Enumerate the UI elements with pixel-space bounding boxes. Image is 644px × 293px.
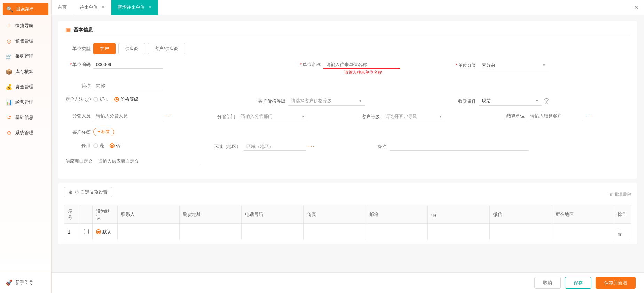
finance-icon: 💰	[6, 83, 13, 90]
unit-category-select[interactable]: 未分类 ▼	[479, 60, 549, 70]
settlement-unit-input[interactable]	[527, 112, 583, 120]
sidebar-item-sales[interactable]: ◎ 销售管理	[0, 33, 51, 49]
supplier-custom-input[interactable]	[95, 157, 200, 165]
sidebar-item-inventory[interactable]: 📦 库存核算	[0, 64, 51, 79]
sidebar-item-guide[interactable]: 🚀 新手引导	[0, 275, 51, 290]
sidebar-label: 新手引导	[15, 279, 33, 286]
save-and-add-button[interactable]: 保存并新增	[596, 277, 636, 289]
customer-price-level-select[interactable]: 请选择客户价格等级 ▼	[288, 96, 365, 106]
payment-terms-value: 现结	[482, 98, 491, 104]
col-area: 所在地区	[552, 205, 614, 224]
tab-new-partner-close[interactable]: ✕	[148, 5, 152, 10]
customer-level-select[interactable]: 请选择客户等级 ▼	[383, 112, 445, 121]
unit-name-field: *单位名称 请输入往来单位名称	[258, 60, 437, 75]
pricing-help-icon[interactable]: ?	[85, 97, 91, 102]
tab-home[interactable]: 首页	[52, 0, 73, 15]
tab-home-label: 首页	[58, 4, 67, 10]
manager-field: 分管人员 ···	[65, 112, 196, 120]
sidebar-item-operations[interactable]: 📊 经营管理	[0, 95, 51, 110]
wechat-input[interactable]	[493, 229, 548, 235]
tab-new-partner[interactable]: 新增往来单位 ✕	[111, 0, 158, 15]
batch-delete-button[interactable]: 🗑 批量删除	[609, 192, 631, 197]
add-tag-button[interactable]: + 标签	[93, 128, 114, 136]
table-header-row: 序号 设为默认 联系人 到货地址 电话号码 传真 邮箱 qq 微信 所在地区 操…	[64, 205, 631, 224]
tab-new-partner-label: 新增往来单位	[118, 4, 145, 10]
table-row: 1 默认	[64, 224, 631, 240]
supplier-custom-row: 供应商自定义	[65, 157, 630, 165]
sidebar-item-basic-info[interactable]: 🗂 基础信息	[0, 110, 51, 125]
region-dots-button[interactable]: ···	[306, 144, 317, 150]
cell-wechat	[490, 224, 552, 240]
sidebar-search[interactable]: 🔍 搜索菜单	[3, 3, 48, 15]
type-btn-both[interactable]: 客户/供应商	[148, 43, 185, 54]
search-icon: 🔍	[6, 6, 13, 13]
sidebar: 🔍 搜索菜单 ⌂ 快捷导航 ◎ 销售管理 🛒 采购管理 📦 库存核算 💰 资金管…	[0, 0, 52, 293]
cell-qq	[427, 224, 489, 240]
required-star: *	[70, 62, 72, 67]
pricing-radio-price-level[interactable]: 价格等级	[114, 96, 139, 103]
disabled-radio-no[interactable]: 否	[110, 143, 120, 149]
tab-partners[interactable]: 往来单位 ✕	[73, 0, 111, 15]
pricing-radio-discount[interactable]: 折扣	[93, 96, 109, 103]
code-name-category-row: *单位编码 *单位名称 请输入往来单位名称	[65, 60, 630, 75]
payment-terms-field: 收款条件 现结 ▼ ?	[451, 96, 630, 106]
add-row-button[interactable]: +	[618, 227, 620, 232]
unit-code-field: *单位编码	[65, 60, 244, 69]
type-btn-supplier[interactable]: 供应商	[118, 43, 145, 54]
section-title: ▣ 基本信息	[65, 26, 630, 36]
inventory-icon: 📦	[6, 68, 13, 75]
cell-fax	[304, 224, 366, 240]
radio-circle-yes	[93, 143, 98, 148]
sidebar-item-purchase[interactable]: 🛒 采购管理	[0, 49, 51, 64]
type-btn-customer[interactable]: 客户	[93, 43, 116, 54]
save-button[interactable]: 保存	[565, 277, 591, 289]
region-input[interactable]	[244, 143, 306, 151]
custom-settings-button[interactable]: ⚙ ⚙ 自定义项设置	[64, 187, 112, 197]
payment-terms-select[interactable]: 现结 ▼	[479, 96, 542, 106]
phone-input[interactable]	[245, 229, 300, 235]
area-input[interactable]	[556, 229, 610, 235]
contact-input[interactable]	[121, 229, 176, 235]
disabled-field: 停用 是 否	[65, 143, 200, 149]
manager-row: 分管人员 ··· 分管部门 请输入分管部门 ▼ 客户等级 请选择客户等级	[65, 112, 630, 121]
guide-icon: 🚀	[6, 279, 13, 286]
unit-name-input[interactable]	[323, 60, 400, 69]
delete-row-button[interactable]: 🗑	[618, 232, 622, 237]
unit-code-input[interactable]	[93, 60, 163, 69]
qq-input[interactable]	[431, 229, 486, 235]
customer-price-level-label: 客户价格等级	[258, 98, 288, 104]
short-name-input[interactable]	[93, 82, 163, 90]
disabled-radio-yes[interactable]: 是	[93, 143, 104, 149]
short-name-label: 简称	[65, 83, 93, 89]
purchase-icon: 🛒	[6, 53, 13, 60]
settlement-dots-button[interactable]: ···	[583, 113, 594, 119]
col-checkbox	[80, 205, 93, 224]
sidebar-label: 采购管理	[15, 53, 33, 59]
row-checkbox[interactable]	[84, 229, 89, 234]
unit-category-value: 未分类	[482, 62, 495, 68]
window-close-button[interactable]: ✕	[634, 4, 638, 11]
fax-input[interactable]	[307, 229, 362, 235]
department-select[interactable]: 请输入分管部门 ▼	[238, 112, 308, 121]
default-radio[interactable]: 默认	[96, 229, 114, 235]
sales-icon: ◎	[6, 38, 13, 44]
remarks-input[interactable]	[390, 143, 529, 151]
manager-input[interactable]	[93, 112, 163, 120]
pricing-row: 定价方法 ? 折扣 价格等级	[65, 96, 630, 106]
email-input[interactable]	[369, 229, 424, 235]
payment-terms-help-icon[interactable]: ?	[544, 98, 549, 104]
region-field: 区域（地区） ···	[214, 143, 348, 151]
cancel-button[interactable]: 取消	[534, 277, 561, 289]
settlement-unit-field: 结算单位 ···	[500, 112, 630, 120]
manager-dots-button[interactable]: ···	[163, 113, 174, 119]
address-input[interactable]	[183, 229, 238, 235]
remarks-field: 备注	[362, 143, 630, 151]
sidebar-search-label: 搜索菜单	[16, 6, 34, 12]
sidebar-item-quick-nav[interactable]: ⌂ 快捷导航	[0, 18, 51, 33]
sidebar-item-finance[interactable]: 💰 资金管理	[0, 79, 51, 95]
sidebar-item-system[interactable]: ⚙ 系统管理	[0, 125, 51, 140]
tab-partners-close[interactable]: ✕	[101, 5, 105, 10]
pricing-method-label: 定价方法 ?	[65, 96, 93, 103]
col-action: 操作	[614, 205, 631, 224]
payment-terms-label: 收款条件	[451, 98, 479, 104]
